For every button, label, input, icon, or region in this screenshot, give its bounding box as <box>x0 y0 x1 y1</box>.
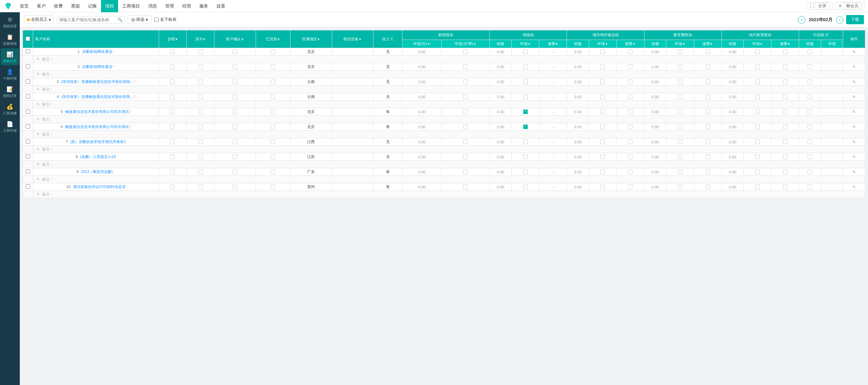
local-edu-declare-cb[interactable] <box>755 155 760 159</box>
tax-paid-checkbox[interactable] <box>271 125 275 129</box>
tax-paid-checkbox[interactable] <box>271 140 275 144</box>
edu-declare-cb[interactable] <box>678 110 682 114</box>
row-checkbox-1[interactable] <box>26 64 30 69</box>
edu-pay-cb[interactable] <box>706 80 710 84</box>
row-checkbox-6[interactable] <box>26 139 30 144</box>
city-pay-cb[interactable] <box>628 49 632 54</box>
stamp-amount-cb[interactable] <box>808 49 812 54</box>
customer-link[interactable]: (库存核算）直播畅捷通信息技术股份有限... <box>61 80 133 84</box>
note-edit-icon[interactable]: ✎ <box>37 177 40 181</box>
nav-customer[interactable]: 客户 <box>33 0 50 12</box>
edu-pay-cb[interactable] <box>706 65 710 69</box>
edit-icon[interactable]: ✎ <box>852 110 856 114</box>
edit-icon[interactable]: ✎ <box>852 49 856 54</box>
edit-icon[interactable]: ✎ <box>852 95 856 99</box>
local-edu-declare-cb[interactable] <box>755 49 760 54</box>
city-declare-cb[interactable] <box>600 155 605 159</box>
stamp-amount-cb[interactable] <box>808 110 812 114</box>
local-edu-pay-cb[interactable] <box>783 155 787 159</box>
fin-month-cb[interactable] <box>463 80 468 84</box>
clear-card-checkbox[interactable] <box>198 170 203 174</box>
local-edu-pay-cb[interactable] <box>783 170 787 174</box>
edit-icon[interactable]: ✎ <box>852 185 856 189</box>
edit-icon[interactable]: ✎ <box>852 125 856 129</box>
vat-declare-cb[interactable] <box>523 140 528 144</box>
city-declare-cb[interactable] <box>600 140 605 144</box>
row-checkbox-0[interactable] <box>26 49 30 54</box>
nav-management[interactable]: 管理 <box>161 0 178 12</box>
vat-declare-cb[interactable] <box>523 155 528 159</box>
clear-card-checkbox[interactable] <box>198 125 203 129</box>
customer-link[interactable]: 测试斯春的凭证打印的时候是否 <box>73 185 126 189</box>
customer-link[interactable]: 畅捷通信息技术股份有限公司民非测试 <box>65 110 129 114</box>
copy-tax-checkbox[interactable] <box>170 49 175 54</box>
stamp-amount-cb[interactable] <box>808 140 812 144</box>
row-checkbox-4[interactable] <box>26 109 30 114</box>
customer-link[interactable]: 勿删新锐网络通信 <box>82 49 112 54</box>
edu-pay-cb[interactable] <box>706 95 710 99</box>
nav-service[interactable]: 服务 <box>195 0 212 12</box>
row-checkbox-2[interactable] <box>26 79 30 84</box>
prev-month-btn[interactable]: ‹ <box>798 16 806 24</box>
stamp-amount-cb[interactable] <box>808 125 812 129</box>
tax-paid-checkbox[interactable] <box>271 80 275 84</box>
stamp-amount-cb[interactable] <box>808 65 812 69</box>
filter-button[interactable]: ⊟ 筛选 ▾ <box>128 15 152 24</box>
nav-invoice[interactable]: 票据 <box>67 0 84 12</box>
tax-paid-checkbox[interactable] <box>271 185 275 189</box>
vat-declare-cb[interactable] <box>523 170 528 174</box>
fin-month-cb[interactable] <box>463 170 468 174</box>
vip-btn[interactable]: ♔ 畅会员 <box>835 2 865 10</box>
nav-tax[interactable]: 报税 <box>101 0 118 12</box>
clear-card-checkbox[interactable] <box>198 49 203 54</box>
select-all-checkbox[interactable] <box>26 37 30 41</box>
copy-tax-checkbox[interactable] <box>170 65 175 69</box>
edu-declare-cb[interactable] <box>678 155 682 159</box>
copy-tax-checkbox[interactable] <box>170 185 175 189</box>
customer-link[interactable]: 勿删新锐网络通信 <box>82 65 112 69</box>
nav-business[interactable]: 工商项目 <box>118 0 144 12</box>
local-edu-pay-cb[interactable] <box>783 110 787 114</box>
download-button[interactable]: 下载 <box>846 15 864 24</box>
edu-declare-cb[interactable] <box>678 80 682 84</box>
confirm-checkbox[interactable] <box>233 185 237 189</box>
customer-link[interactable]: 2013（陶美劳勿删） <box>81 170 115 174</box>
customer-link[interactable]: 畅捷通信息技术股份有限公司民非测试 <box>65 125 129 129</box>
city-pay-cb[interactable] <box>628 140 632 144</box>
sidebar-item-annual-clear[interactable]: 💰 汇算清缴 <box>1 101 19 117</box>
copy-tax-checkbox[interactable] <box>170 155 175 159</box>
edit-icon[interactable]: ✎ <box>852 155 856 159</box>
sidebar-item-personal-tax[interactable]: 👤 个税申报 <box>1 66 19 83</box>
edu-pay-cb[interactable] <box>706 110 710 114</box>
vat-declare-cb[interactable] <box>523 125 528 129</box>
vat-declare-cb[interactable] <box>523 80 528 84</box>
edu-pay-cb[interactable] <box>706 140 710 144</box>
tax-paid-checkbox[interactable] <box>271 95 275 99</box>
sidebar-item-tax-records[interactable]: 📝 报税记录 <box>1 83 19 100</box>
stamp-amount-cb[interactable] <box>808 170 812 174</box>
local-edu-pay-cb[interactable] <box>783 49 787 54</box>
city-pay-cb[interactable] <box>628 170 632 174</box>
edu-pay-cb[interactable] <box>706 185 710 189</box>
edit-icon[interactable]: ✎ <box>852 170 856 174</box>
local-edu-declare-cb[interactable] <box>755 95 760 99</box>
city-declare-cb[interactable] <box>600 49 605 54</box>
edu-declare-cb[interactable] <box>678 140 682 144</box>
city-declare-cb[interactable] <box>600 65 605 69</box>
local-edu-pay-cb[interactable] <box>783 125 787 129</box>
clear-card-checkbox[interactable] <box>198 65 203 69</box>
local-edu-pay-cb[interactable] <box>783 185 787 189</box>
row-checkbox-5[interactable] <box>26 124 30 129</box>
row-checkbox-8[interactable] <box>26 169 30 174</box>
edit-icon[interactable]: ✎ <box>852 80 856 84</box>
local-edu-pay-cb[interactable] <box>783 80 787 84</box>
confirm-checkbox[interactable] <box>233 65 237 69</box>
confirm-checkbox[interactable] <box>233 170 237 174</box>
my-accounts-checkbox[interactable] <box>154 17 159 22</box>
note-edit-icon[interactable]: ✎ <box>37 72 40 76</box>
row-checkbox-7[interactable] <box>26 154 30 159</box>
city-pay-cb[interactable] <box>628 65 632 69</box>
tax-paid-checkbox[interactable] <box>271 155 275 159</box>
nav-settings[interactable]: 设置 <box>212 0 229 12</box>
local-edu-pay-cb[interactable] <box>783 140 787 144</box>
